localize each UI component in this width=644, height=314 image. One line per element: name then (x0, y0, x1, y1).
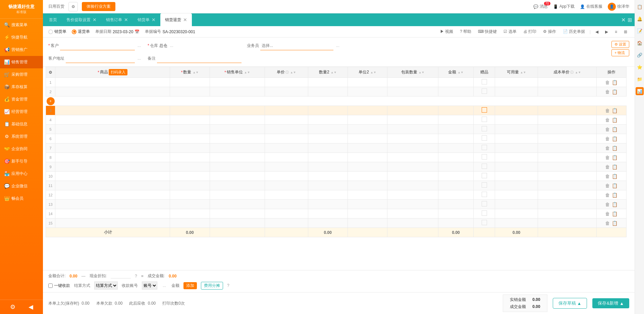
gift-checkbox-6[interactable] (482, 135, 487, 141)
qty-cell-10[interactable] (170, 172, 210, 181)
cost-price-cell-5[interactable] (538, 125, 597, 134)
header-settings-btn[interactable]: ⚙ (68, 2, 78, 11)
gift-checkbox-13[interactable] (482, 201, 487, 206)
unit2-cell-4[interactable] (347, 115, 387, 125)
tab-close-all-icon[interactable]: ✕ (621, 17, 626, 23)
product-cell-1[interactable] (55, 78, 170, 87)
gift-cell-8[interactable] (474, 153, 495, 162)
gift-checkbox-1[interactable] (482, 79, 487, 84)
qty2-cell-1[interactable] (308, 78, 347, 87)
qty2-cell-6[interactable] (308, 134, 347, 143)
gift-checkbox-15[interactable] (482, 220, 487, 225)
gift-checkbox-9[interactable] (482, 164, 487, 169)
unit2-cell-12[interactable] (347, 190, 387, 200)
unit2-cell-14[interactable] (347, 209, 387, 218)
qty2-cell-12[interactable] (308, 190, 347, 200)
available-cell-13[interactable] (495, 200, 538, 209)
sidebar-item-member[interactable]: 👑畅会员 (0, 192, 43, 205)
trial-button[interactable]: 体验行业方案 (82, 2, 115, 11)
available-cell-2[interactable] (495, 87, 538, 97)
gift-cell-13[interactable] (474, 200, 495, 209)
cost-price-cell-1[interactable] (538, 78, 597, 87)
settings-btn[interactable]: ⚙ 设置 (611, 41, 629, 48)
price-cell-3[interactable] (265, 106, 308, 115)
amount-cell-6[interactable] (438, 134, 473, 143)
address-input[interactable] (66, 54, 135, 63)
gift-checkbox-14[interactable] (482, 210, 487, 216)
customer-picker[interactable]: ... (136, 43, 142, 48)
toolbar-operate[interactable]: ⚙ 操作 (541, 28, 558, 35)
delete-icon-4[interactable]: 🗑 (605, 117, 610, 123)
gift-cell-5[interactable] (474, 125, 495, 134)
copy-icon-11[interactable]: 📋 (612, 183, 618, 188)
gift-cell-4[interactable] (474, 115, 495, 125)
sidebar-item-purchase[interactable]: 🛒采购管理 (0, 68, 43, 81)
salesperson-input[interactable] (260, 41, 333, 50)
cost-price-cell-6[interactable] (538, 134, 597, 143)
qty-cell-11[interactable] (170, 181, 210, 190)
pkg-qty-cell-8[interactable] (387, 153, 438, 162)
amount-cell-13[interactable] (438, 200, 473, 209)
price-cell-8[interactable] (265, 153, 308, 162)
qty2-cell-13[interactable] (308, 200, 347, 209)
sidebar-collapse-icon[interactable]: ◀ (29, 303, 33, 311)
copy-icon-14[interactable]: 📋 (612, 211, 618, 216)
unit2-cell-9[interactable] (347, 162, 387, 172)
available-cell-7[interactable] (495, 143, 538, 153)
cost-price-cell-9[interactable] (538, 162, 597, 172)
gift-cell-14[interactable] (474, 209, 495, 218)
unit-cell-3[interactable] (210, 106, 265, 115)
toolbar-help[interactable]: ? 帮助 (458, 28, 473, 35)
unit2-cell-6[interactable] (347, 134, 387, 143)
product-cell-12[interactable] (55, 190, 170, 200)
account-select[interactable]: 账号 (142, 281, 157, 290)
copy-icon-1[interactable]: 📋 (612, 80, 618, 85)
delete-icon-12[interactable]: 🗑 (605, 192, 610, 198)
price-cell-7[interactable] (265, 143, 308, 153)
sidebar-item-finance[interactable]: 💰资金管理 (0, 93, 43, 106)
delete-icon-3[interactable]: 🗑 (605, 108, 610, 113)
unit-cell-10[interactable] (210, 172, 265, 181)
pkg-qty-cell-4[interactable] (387, 115, 438, 125)
product-cell-14[interactable] (55, 209, 170, 218)
amount-cell-3[interactable] (438, 106, 473, 115)
pkg-qty-cell-13[interactable] (387, 200, 438, 209)
sidebar-item-inventory[interactable]: 📦库存核算 (0, 81, 43, 93)
price-cell-13[interactable] (265, 200, 308, 209)
price-cell-10[interactable] (265, 172, 308, 181)
toolbar-prev[interactable]: ◀ (593, 29, 600, 35)
message-btn[interactable]: 💬 消息 70 (533, 4, 548, 9)
toolbar-history[interactable]: 📄 历史单据 (561, 28, 587, 35)
save-draft-button[interactable]: 保存草稿 ▲ (553, 298, 587, 309)
gift-cell-6[interactable] (474, 134, 495, 143)
cost-price-cell-13[interactable] (538, 200, 597, 209)
unit2-cell-5[interactable] (347, 125, 387, 134)
pkg-qty-cell-14[interactable] (387, 209, 438, 218)
available-cell-14[interactable] (495, 209, 538, 218)
address-picker[interactable]: ... (136, 56, 142, 61)
gift-cell-3[interactable] (474, 106, 495, 115)
gift-checkbox-11[interactable] (482, 182, 487, 188)
price-cell-1[interactable] (265, 78, 308, 87)
gift-checkbox-2[interactable] (482, 88, 487, 94)
qty-cell-6[interactable] (170, 134, 210, 143)
amount-cell-15[interactable] (438, 218, 473, 228)
tab-menu-icon[interactable]: ⊞ (628, 17, 632, 23)
product-cell-13[interactable] (55, 200, 170, 209)
price-cell-4[interactable] (265, 115, 308, 125)
unit2-cell-11[interactable] (347, 181, 387, 190)
unit-cell-12[interactable] (210, 190, 265, 200)
qty-cell-5[interactable] (170, 125, 210, 134)
product-cell-2[interactable] (55, 87, 170, 97)
copy-icon-8[interactable]: 📋 (612, 155, 618, 160)
product-cell-9[interactable] (55, 162, 170, 172)
gift-cell-11[interactable] (474, 181, 495, 190)
qty-cell-8[interactable] (170, 153, 210, 162)
product-input-3[interactable] (57, 108, 168, 113)
price-cell-2[interactable] (265, 87, 308, 97)
gift-checkbox-3[interactable] (482, 107, 487, 113)
tab-close-sales_price[interactable]: ✕ (93, 17, 97, 22)
copy-icon-10[interactable]: 📋 (612, 174, 618, 179)
sidebar-item-appstore[interactable]: 🏪应用中心 (0, 168, 43, 180)
right-icon-4[interactable]: 🏠 (636, 39, 644, 47)
